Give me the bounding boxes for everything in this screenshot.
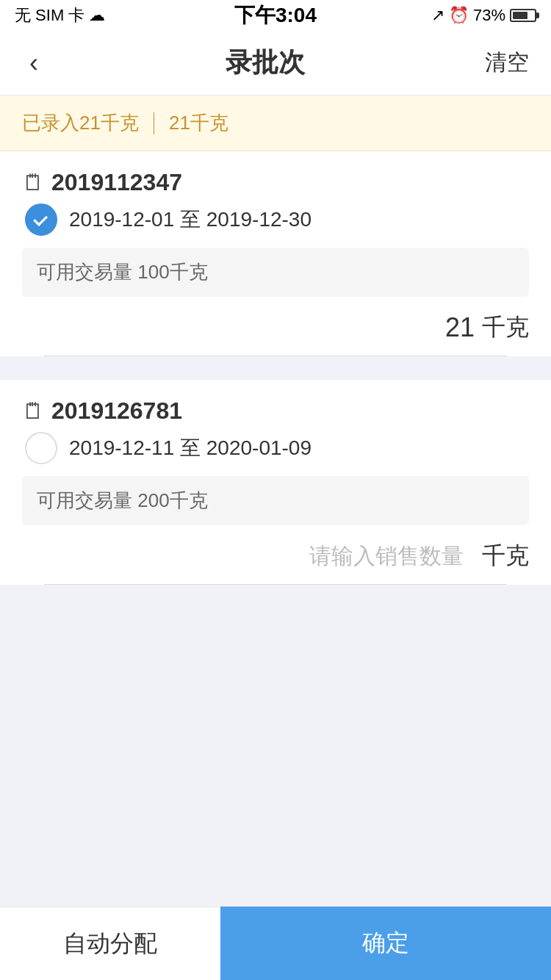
batch-2-available: 可用交易量 200千克: [22, 476, 529, 525]
battery-fill: [513, 12, 527, 19]
no-sim-text: 无 SIM 卡 ☁: [15, 4, 105, 26]
batch-1-qty-unit: 千克: [482, 311, 529, 344]
auto-distribute-button[interactable]: 自动分配: [0, 907, 220, 980]
batch-1-qty-row: 21 千克: [0, 297, 551, 344]
back-button[interactable]: ‹: [22, 40, 46, 86]
status-left: 无 SIM 卡 ☁: [15, 4, 105, 26]
recorded-amount: 已录入21千克: [22, 110, 139, 136]
status-right: ↗ ⏰ 73%: [431, 6, 536, 25]
batch-section-2: 🗒 2019126781 2019-12-11 至 2020-01-09 可用交…: [0, 380, 551, 585]
empty-area: [0, 597, 551, 890]
batch-2-date: 2019-12-11 至 2020-01-09: [69, 434, 311, 462]
battery-icon: [510, 9, 536, 22]
batch-2-icon: 🗒: [22, 399, 44, 424]
batch-section-1: 🗒 2019112347 2019-12-01 至 2019-12-30 可用交…: [0, 151, 551, 356]
batch-1-available: 可用交易量 100千克: [22, 248, 529, 297]
batch-2-input-row: 千克: [0, 525, 551, 572]
qty-input-field[interactable]: [22, 544, 475, 569]
batch-1-radio[interactable]: [25, 203, 57, 236]
section-divider: [0, 368, 551, 380]
location-icon: ↗: [431, 6, 444, 25]
batch-2-row[interactable]: 2019-12-11 至 2020-01-09: [22, 432, 529, 464]
batch-1-date: 2019-12-01 至 2019-12-30: [69, 206, 311, 234]
batch-item-2: 🗒 2019126781 2019-12-11 至 2020-01-09 可用交…: [0, 380, 551, 525]
bottom-bar: 自动分配 确定: [0, 907, 551, 980]
batch-1-header: 🗒 2019112347: [22, 169, 529, 196]
batch-1-row[interactable]: 2019-12-01 至 2019-12-30: [22, 203, 529, 236]
batch-2-header: 🗒 2019126781: [22, 397, 529, 425]
batch-2-divider: [44, 584, 507, 585]
batch-1-qty-value: 21: [445, 312, 475, 343]
battery-percent: 73%: [473, 6, 505, 25]
clear-button[interactable]: 清空: [485, 48, 529, 78]
batch-2-id: 2019126781: [51, 397, 182, 425]
confirm-button[interactable]: 确定: [220, 907, 551, 980]
nav-bar: ‹ 录批次 清空: [0, 31, 551, 96]
total-amount: 21千克: [169, 110, 228, 136]
status-time: 下午3:04: [234, 1, 317, 29]
batch-item-1: 🗒 2019112347 2019-12-01 至 2019-12-30 可用交…: [0, 151, 551, 297]
batch-1-id: 2019112347: [51, 169, 182, 196]
banner-divider: [154, 112, 154, 134]
batch-1-icon: 🗒: [22, 170, 44, 195]
info-banner: 已录入21千克 21千克: [0, 96, 551, 151]
batch-2-radio[interactable]: [25, 432, 57, 464]
batch-2-qty-unit: 千克: [482, 540, 529, 572]
alarm-icon: ⏰: [449, 6, 469, 25]
page-title: 录批次: [226, 45, 305, 81]
batch-1-divider: [44, 356, 507, 356]
status-bar: 无 SIM 卡 ☁ 下午3:04 ↗ ⏰ 73%: [0, 0, 551, 31]
